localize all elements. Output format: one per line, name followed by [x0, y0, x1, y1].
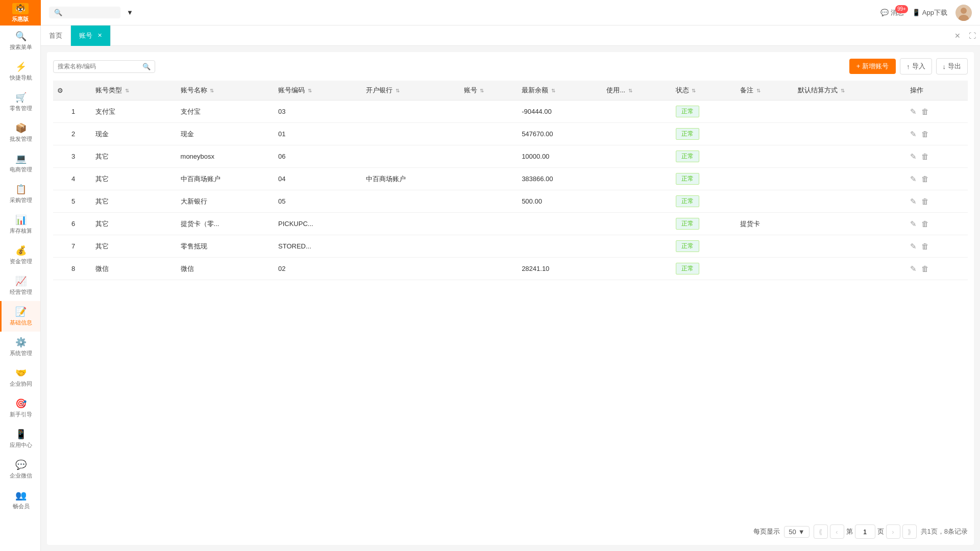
app-download-button[interactable]: 📱 App下载: [912, 8, 947, 17]
delete-button[interactable]: 🗑: [921, 107, 929, 116]
wechat-icon: 💬: [15, 459, 27, 470]
message-button[interactable]: 💬 消息 99+: [880, 8, 904, 17]
col-usage[interactable]: 使用... ⇅: [602, 81, 671, 101]
edit-button[interactable]: ✎: [910, 174, 917, 183]
edit-button[interactable]: ✎: [910, 107, 917, 116]
sidebar-item-guide[interactable]: 🎯 新手引导: [0, 393, 40, 423]
col-type[interactable]: 账号类型 ⇅: [91, 81, 176, 101]
sidebar-item-agreement[interactable]: 🤝 企业协同: [0, 362, 40, 393]
row-type-cell: 其它: [91, 213, 176, 235]
sidebar-item-shortcuts[interactable]: ⚡ 快捷导航: [0, 56, 40, 87]
import-button[interactable]: ↑ 导入: [900, 58, 932, 74]
sort-notes-icon: ⇅: [756, 88, 761, 93]
delete-button[interactable]: 🗑: [921, 197, 929, 206]
sidebar-item-search[interactable]: 🔍 搜索菜单: [0, 26, 40, 56]
wholesale-icon: 📦: [15, 122, 27, 134]
delete-button[interactable]: 🗑: [921, 130, 929, 138]
tab-account[interactable]: 账号 ✕: [71, 26, 111, 46]
tab-minimize-icon[interactable]: ✕: [950, 32, 965, 40]
row-usage-cell: [602, 123, 671, 145]
row-bank-cell: [362, 190, 459, 213]
col-status[interactable]: 状态 ⇅: [672, 81, 736, 101]
sidebar-item-system[interactable]: ⚙️ 系统管理: [0, 332, 40, 362]
sidebar-item-purchase[interactable]: 📋 采购管理: [0, 179, 40, 209]
delete-button[interactable]: 🗑: [921, 242, 929, 251]
tab-home[interactable]: 首页: [41, 26, 71, 46]
row-settlement-cell: [794, 235, 905, 258]
sidebar-item-wholesale[interactable]: 📦 批发管理: [0, 117, 40, 148]
row-balance-cell: [518, 213, 602, 235]
sidebar-item-finance[interactable]: 💰 资金管理: [0, 240, 40, 270]
col-bank[interactable]: 开户银行 ⇅: [362, 81, 459, 101]
edit-button[interactable]: ✎: [910, 219, 917, 228]
row-notes-cell: [736, 145, 794, 168]
add-account-button[interactable]: + 新增账号: [849, 59, 896, 74]
col-account[interactable]: 账号 ⇅: [460, 81, 518, 101]
sidebar-item-retail-label: 零售管理: [10, 105, 32, 112]
page-number-input[interactable]: [855, 524, 875, 539]
sidebar-item-retail[interactable]: 🛒 零售管理: [0, 87, 40, 117]
col-name[interactable]: 账号名称 ⇅: [177, 81, 274, 101]
sidebar-item-ecommerce-label: 电商管理: [10, 166, 32, 173]
export-button[interactable]: ↓ 导出: [936, 58, 968, 74]
system-icon: ⚙️: [15, 337, 27, 348]
col-code[interactable]: 账号编码 ⇅: [274, 81, 362, 101]
row-bank-cell: [362, 258, 459, 280]
edit-button[interactable]: ✎: [910, 152, 917, 161]
row-status-cell: 正常: [672, 145, 736, 168]
header-search-input[interactable]: [65, 9, 116, 16]
tab-bar: 首页 账号 ✕ ✕ ⛶: [41, 26, 980, 46]
row-index-cell: 6: [67, 213, 91, 235]
row-settlement-cell: [794, 168, 905, 190]
header-search-box[interactable]: 🔍: [49, 7, 120, 18]
page-next-button[interactable]: ›: [886, 524, 900, 539]
search-input[interactable]: [58, 63, 139, 70]
header-dropdown[interactable]: ▼: [127, 9, 133, 16]
sidebar-item-apps[interactable]: 📱 应用中心: [0, 423, 40, 454]
row-settings-cell: [53, 123, 67, 145]
col-settings[interactable]: ⚙: [53, 81, 67, 101]
page-size-selector[interactable]: 50 ▼: [784, 526, 809, 538]
delete-button[interactable]: 🗑: [921, 152, 929, 161]
status-badge: 正常: [676, 240, 699, 252]
table-header-row: ⚙ 账号类型 ⇅ 账号名称 ⇅ 账号编码 ⇅ 开户银行 ⇅ 账号 ⇅ 最新余额 …: [53, 81, 968, 101]
page-prev-button[interactable]: ‹: [830, 524, 844, 539]
search-icon[interactable]: 🔍: [142, 63, 151, 70]
search-box[interactable]: 🔍: [53, 60, 155, 73]
sidebar-item-search-label: 搜索菜单: [10, 43, 32, 51]
sidebar-item-ecommerce[interactable]: 💻 电商管理: [0, 148, 40, 179]
delete-button[interactable]: 🗑: [921, 219, 929, 228]
col-notes[interactable]: 备注 ⇅: [736, 81, 794, 101]
row-type-cell: 其它: [91, 145, 176, 168]
col-settlement[interactable]: 默认结算方式 ⇅: [794, 81, 905, 101]
row-balance-cell: -90444.00: [518, 101, 602, 123]
row-name-cell: 现金: [177, 123, 274, 145]
page-size-value: 50: [789, 528, 796, 536]
sort-type-icon: ⇅: [125, 88, 129, 93]
delete-button[interactable]: 🗑: [921, 264, 929, 273]
page-last-button[interactable]: ⟫: [902, 524, 917, 539]
sidebar-item-inventory[interactable]: 📊 库存核算: [0, 209, 40, 240]
tab-account-close-icon[interactable]: ✕: [97, 32, 102, 39]
row-bank-cell: [362, 235, 459, 258]
top-header: 🔍 ▼ 💬 消息 99+ 📱 App下载: [41, 0, 980, 26]
edit-button[interactable]: ✎: [910, 130, 917, 138]
row-account-cell: [460, 145, 518, 168]
sidebar-item-basic[interactable]: 📝 基础信息: [0, 301, 40, 332]
tab-maximize-icon[interactable]: ⛶: [965, 32, 980, 40]
sidebar-item-wechat[interactable]: 💬 企业微信: [0, 454, 40, 485]
basic-icon: 📝: [15, 306, 27, 317]
edit-button[interactable]: ✎: [910, 264, 917, 273]
user-avatar[interactable]: [955, 5, 972, 21]
edit-button[interactable]: ✎: [910, 197, 917, 206]
sidebar-item-operations[interactable]: 📈 经营管理: [0, 270, 40, 301]
col-actions: 操作: [906, 81, 968, 101]
sidebar-item-system-label: 系统管理: [10, 349, 32, 357]
page-first-button[interactable]: ⟪: [814, 524, 828, 539]
tab-bar-right: ✕ ⛶: [950, 32, 980, 40]
edit-button[interactable]: ✎: [910, 242, 917, 251]
sidebar-item-operations-label: 经营管理: [10, 288, 32, 296]
col-balance[interactable]: 最新余额 ⇅: [518, 81, 602, 101]
delete-button[interactable]: 🗑: [921, 174, 929, 183]
sidebar-item-member[interactable]: 👥 畅会员: [0, 485, 40, 515]
